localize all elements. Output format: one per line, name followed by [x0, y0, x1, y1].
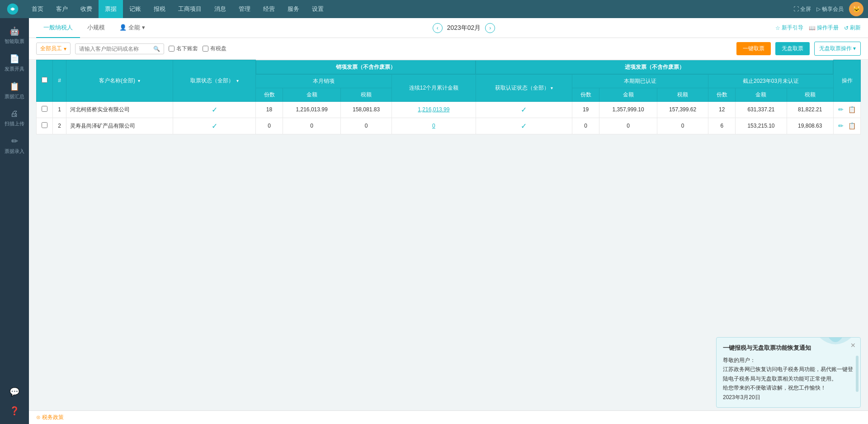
prev-month-btn[interactable]: ‹ — [433, 23, 443, 33]
col-confirm-status-header: 获取认证状态（全部） ▾ — [476, 74, 572, 101]
row1-consecutive[interactable]: 1,216,013.99 — [392, 101, 476, 118]
dropdown-arrow-icon: ▾ — [64, 46, 66, 52]
col-consecutive-header: 连续12个月累计金额 — [392, 74, 476, 101]
checkbox-account[interactable] — [169, 46, 175, 52]
user-avatar[interactable]: 🐱 — [849, 2, 863, 16]
sales-shares-header: 份数 — [255, 88, 283, 101]
checkbox-account-label[interactable]: 名下账套 — [169, 45, 198, 52]
nav-tax[interactable]: 报税 — [147, 0, 172, 18]
row1-nc-shares: 12 — [708, 101, 736, 118]
tab-general-taxpayer[interactable]: 一般纳税人 — [36, 18, 80, 38]
edit-icon[interactable]: ✏ — [838, 106, 844, 113]
invoice-issue-icon: 📄 — [9, 54, 19, 64]
nc-amount-header: 金额 — [736, 88, 787, 101]
checkbox-tax[interactable] — [203, 46, 208, 52]
tax-policy-link[interactable]: ⊙ 税务政策 — [36, 414, 64, 421]
tab-small-scale[interactable]: 小规模 — [80, 18, 112, 38]
nav-invoice[interactable]: 票据 — [99, 0, 123, 18]
row2-status: ✓ — [173, 118, 256, 134]
table-row: 1 河北柯搭桥实业有限公司 ✓ 18 1,216,013.99 158,081.… — [37, 101, 861, 118]
chat-icon: 💬 — [9, 387, 19, 397]
nav-home[interactable]: 首页 — [25, 0, 50, 18]
manual-btn[interactable]: 📖 操作手册 — [809, 24, 839, 32]
edit-icon2[interactable]: ✏ — [838, 122, 844, 129]
nav-business[interactable]: 工商项目 — [172, 0, 208, 18]
sidebar-help[interactable]: ❓ — [2, 402, 27, 419]
tab-all[interactable]: 👤 全能 ▾ — [112, 18, 152, 38]
search-icon: 🔍 — [153, 46, 160, 52]
sidebar-label-invoice-summary: 票据汇总 — [5, 93, 24, 100]
notification-greeting: 尊敬的用户： — [723, 356, 854, 365]
nav-manage[interactable]: 管理 — [232, 0, 257, 18]
notification-date: 2023年3月20日 — [723, 393, 854, 402]
nav-billing[interactable]: 收费 — [74, 0, 99, 18]
nc-shares-header: 份数 — [708, 88, 736, 101]
search-input[interactable] — [79, 46, 151, 52]
row2-checkbox[interactable] — [42, 122, 47, 128]
sub-purchase-confirmed-header: 本期期已认证 — [572, 74, 708, 88]
no-disk-fetch-btn[interactable]: 无盘取票 — [775, 42, 810, 55]
page-icon[interactable]: 📋 — [848, 106, 856, 113]
new-guide-btn[interactable]: ☆ 新手引导 — [775, 24, 803, 32]
sidebar-label-invoice-entry: 票据录入 — [5, 148, 24, 155]
row1-month-amount: 1,216,013.99 — [283, 101, 341, 118]
notification-apology: 给您带来的不便敬请谅解，祝您工作愉快！ — [723, 383, 854, 392]
row2-index: 2 — [53, 118, 66, 134]
checkbox-tax-label[interactable]: 有税盘 — [203, 45, 226, 52]
tab-bar: 一般纳税人 小规模 👤 全能 ▾ ‹ 2023年02月 › ☆ 新手引导 📖 操… — [29, 18, 868, 38]
sidebar-bottom: 💬 ❓ — [2, 383, 27, 419]
fullscreen-btn[interactable]: ⛶ 全屏 — [793, 5, 811, 13]
next-month-btn[interactable]: › — [485, 23, 495, 33]
sidebar-item-smart-fetch[interactable]: 🤖 智能取票 — [2, 23, 27, 48]
scroll-bar — [856, 356, 859, 392]
search-box: 🔍 — [75, 43, 164, 54]
nav-settings[interactable]: 设置 — [306, 0, 330, 18]
nav-items: 首页 客户 收费 票据 记账 报税 工商项目 消息 管理 经营 服务 设置 — [25, 0, 793, 18]
confirm-filter-icon[interactable]: ▾ — [551, 86, 553, 91]
sidebar-item-invoice-summary[interactable]: 📋 票据汇总 — [2, 78, 27, 104]
sidebar-item-invoice-issue[interactable]: 📄 发票开具 — [2, 50, 27, 76]
row2-nc-shares: 6 — [708, 118, 736, 134]
row2-purchase-amount: 0 — [599, 118, 657, 134]
nav-message[interactable]: 消息 — [208, 0, 232, 18]
employee-select-label: 全部员工 — [40, 45, 62, 52]
entry-icon: ✏ — [11, 136, 18, 146]
select-all-checkbox[interactable] — [42, 77, 47, 83]
row1-purchase-shares: 19 — [572, 101, 599, 118]
row1-checkbox[interactable] — [42, 106, 47, 112]
quick-fetch-btn[interactable]: 一键取票 — [736, 42, 771, 55]
nav-bookkeeping[interactable]: 记账 — [123, 0, 147, 18]
sidebar-item-invoice-entry[interactable]: ✏ 票据录入 — [2, 133, 27, 158]
col-status-header: 取票状态（全部） ▾ — [173, 60, 256, 102]
row2-nc-amount: 153,215.10 — [736, 118, 787, 134]
row1-month-tax: 158,081.83 — [340, 101, 392, 118]
row1-purchase-amount: 1,357,999.10 — [599, 101, 657, 118]
row2-month-shares: 0 — [255, 118, 283, 134]
row2-purchase-tax: 0 — [657, 118, 708, 134]
no-disk-ops-btn[interactable]: 无盘取票操作 ▾ — [814, 42, 861, 56]
purchase-tax-header: 税额 — [657, 88, 708, 101]
status-filter-icon[interactable]: ▾ — [236, 78, 239, 83]
row1-month-shares: 18 — [255, 101, 283, 118]
toolbar: 全部员工 ▾ 🔍 名下账套 有税盘 一键取票 无盘取票 无盘取票操作 ▾ — [29, 38, 868, 60]
top-nav-right: ⛶ 全屏 ▷ 畅享会员 🐱 — [793, 2, 863, 16]
row2-consecutive[interactable]: 0 — [392, 118, 476, 134]
filter-icon[interactable]: ▾ — [138, 78, 140, 83]
nav-operation[interactable]: 经营 — [257, 0, 281, 18]
employee-select[interactable]: 全部员工 ▾ — [36, 43, 71, 55]
refresh-btn[interactable]: ↺ 刷新 — [844, 24, 861, 32]
nav-customer[interactable]: 客户 — [50, 0, 74, 18]
purchase-shares-header: 份数 — [572, 88, 599, 101]
nav-service[interactable]: 服务 — [281, 0, 306, 18]
sales-tax-header: 税额 — [340, 88, 392, 101]
row1-status: ✓ — [173, 101, 256, 118]
row1-purchase-tax: 157,399.62 — [657, 101, 708, 118]
sidebar-label-invoice-issue: 发票开具 — [5, 66, 24, 72]
sidebar-chat[interactable]: 💬 — [2, 383, 27, 400]
bottom-bar: ⊙ 税务政策 — [29, 410, 868, 424]
member-btn[interactable]: ▷ 畅享会员 — [816, 5, 844, 13]
page-icon2[interactable]: 📋 — [848, 122, 856, 129]
row1-nc-tax: 81,822.21 — [787, 101, 833, 118]
sidebar-item-scan-upload[interactable]: 🖨 扫描上传 — [2, 105, 27, 131]
status-check-icon2: ✓ — [212, 122, 217, 130]
